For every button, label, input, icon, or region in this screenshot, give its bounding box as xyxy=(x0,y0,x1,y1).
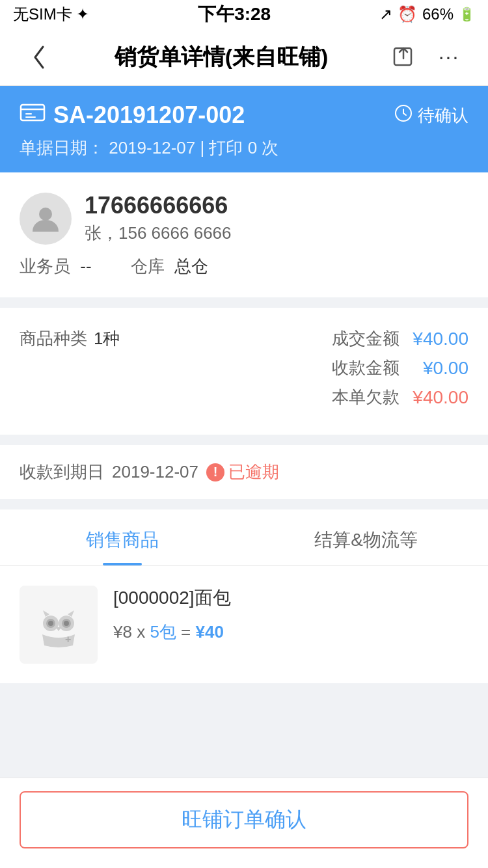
svg-text:+: + xyxy=(65,634,71,645)
more-button[interactable]: ··· xyxy=(429,38,468,77)
customer-phone: 17666666666 xyxy=(85,192,232,219)
owed-value: ¥40.00 xyxy=(413,387,468,408)
due-date-value: 2019-12-07 xyxy=(112,462,198,482)
customer-sub: 张，156 6666 6666 xyxy=(85,222,232,245)
svg-point-8 xyxy=(48,621,53,626)
page-title: 销货单详情(来自旺铺) xyxy=(59,42,384,72)
order-header: SA-20191207-002 待确认 单据日期： 2019-12-07 | 打… xyxy=(0,86,488,172)
svg-point-3 xyxy=(39,208,52,221)
product-price: ¥8 x 5包 = ¥40 xyxy=(113,621,468,644)
overdue-badge: ! 已逾期 xyxy=(206,461,279,483)
sales-info: 业务员 -- xyxy=(20,255,92,278)
tabs-row: 销售商品 结算&物流等 xyxy=(0,509,488,566)
order-id-row: SA-20191207-002 待确认 xyxy=(20,102,468,129)
tab-settlement[interactable]: 结算&物流等 xyxy=(244,509,488,565)
status-time: 下午3:28 xyxy=(198,2,271,27)
location-icon: ↗ xyxy=(379,5,392,23)
product-info: [0000002]面包 ¥8 x 5包 = ¥40 xyxy=(113,586,468,644)
product-type-item: 商品种类 1种 xyxy=(20,327,120,350)
customer-section: 17666666666 张，156 6666 6666 业务员 -- 仓库 总仓 xyxy=(0,172,488,297)
summary-row: 商品种类 1种 成交金额 ¥40.00 收款金额 ¥0.00 本单欠款 ¥40.… xyxy=(20,327,468,415)
product-thumbnail: + xyxy=(20,586,98,664)
price-per-unit: ¥8 xyxy=(113,622,132,642)
received-row: 收款金额 ¥0.00 xyxy=(332,357,468,379)
owed-label: 本单欠款 xyxy=(332,386,400,409)
price-equals: = xyxy=(181,622,195,642)
avatar xyxy=(20,193,72,245)
product-logo: + xyxy=(33,599,85,651)
product-quantity: 5包 xyxy=(150,622,176,642)
back-button[interactable] xyxy=(20,38,59,77)
svg-rect-1 xyxy=(21,105,44,120)
price-multiply: x xyxy=(137,622,150,642)
customer-row: 17666666666 张，156 6666 6666 xyxy=(20,192,468,245)
warehouse-value: 总仓 xyxy=(174,256,208,276)
owed-row: 本单欠款 ¥40.00 xyxy=(332,386,468,409)
status-left: 无SIM卡 ✦ xyxy=(13,4,89,25)
nav-bar: 销货单详情(来自旺铺) ··· xyxy=(0,29,488,86)
overdue-text: 已逾期 xyxy=(228,461,279,483)
due-date-section: 收款到期日 2019-12-07 ! 已逾期 xyxy=(0,445,488,499)
customer-meta: 业务员 -- 仓库 总仓 xyxy=(20,255,468,278)
status-text: 待确认 xyxy=(418,104,468,127)
order-icon xyxy=(20,102,46,129)
sim-indicator: 无SIM卡 ✦ xyxy=(13,4,89,25)
share-button[interactable] xyxy=(384,38,423,77)
received-value: ¥0.00 xyxy=(423,358,468,379)
product-section: + [0000002]面包 ¥8 x 5包 = ¥40 xyxy=(0,566,488,683)
summary-right: 成交金额 ¥40.00 收款金额 ¥0.00 本单欠款 ¥40.00 xyxy=(332,327,468,415)
alarm-icon: ⏰ xyxy=(398,5,417,23)
battery-icon: 🔋 xyxy=(459,7,475,22)
nav-actions: ··· xyxy=(384,38,468,77)
order-id: SA-20191207-002 xyxy=(20,102,245,129)
warehouse-info: 仓库 总仓 xyxy=(131,255,208,278)
amount-value: ¥40.00 xyxy=(413,329,468,349)
order-date: 单据日期： 2019-12-07 | 打印 0 次 xyxy=(20,137,468,159)
sales-value: -- xyxy=(80,256,91,276)
svg-point-9 xyxy=(64,621,69,626)
received-label: 收款金额 xyxy=(332,357,400,379)
summary-section: 商品种类 1种 成交金额 ¥40.00 收款金额 ¥0.00 本单欠款 ¥40.… xyxy=(0,308,488,435)
tab-sales-products[interactable]: 销售商品 xyxy=(0,509,244,565)
summary-left: 商品种类 1种 xyxy=(20,327,120,358)
product-type-label: 商品种类 xyxy=(20,327,87,350)
product-type-value: 1种 xyxy=(94,327,120,350)
status-right: ↗ ⏰ 66% 🔋 xyxy=(379,5,475,23)
product-item: + [0000002]面包 ¥8 x 5包 = ¥40 xyxy=(20,586,468,664)
overdue-dot-icon: ! xyxy=(206,463,224,481)
amount-row: 成交金额 ¥40.00 xyxy=(332,327,468,350)
product-total: ¥40 xyxy=(196,622,224,642)
due-date-label: 收款到期日 xyxy=(20,461,104,483)
confirm-order-button[interactable]: 旺铺订单确认 xyxy=(20,791,468,848)
customer-info: 17666666666 张，156 6666 6666 xyxy=(85,192,232,245)
status-bar: 无SIM卡 ✦ 下午3:28 ↗ ⏰ 66% 🔋 xyxy=(0,0,488,29)
bottom-bar: 旺铺订单确认 xyxy=(0,778,488,868)
product-name: [0000002]面包 xyxy=(113,586,468,610)
status-clock-icon xyxy=(394,104,413,127)
order-status: 待确认 xyxy=(394,104,468,127)
battery-indicator: 66% xyxy=(422,5,454,23)
amount-label: 成交金额 xyxy=(332,327,400,350)
tabs-section: 销售商品 结算&物流等 xyxy=(0,509,488,683)
